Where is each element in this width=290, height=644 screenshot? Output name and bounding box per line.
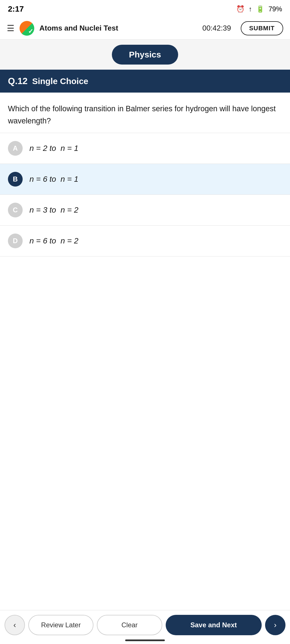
test-title: Atoms and Nuclei Test [39,24,197,33]
option-a-text: n = 2 to n = 1 [29,144,78,153]
clear-button[interactable]: Clear [97,615,162,635]
battery-percent: 79% [268,5,282,13]
physics-tab[interactable]: Physics [112,45,178,65]
battery-icon: 🔋 [256,5,265,13]
question-header: Q.12 Single Choice [0,70,290,93]
content-spacer [0,256,290,511]
bottom-nav: ‹ Review Later Clear Save and Next › [0,610,290,644]
option-a-badge: A [8,141,23,156]
question-type: Single Choice [32,76,88,86]
review-later-button[interactable]: Review Later [28,615,93,635]
timer-display: 00:42:39 [202,24,231,33]
question-text: Which of the following transition in Bal… [8,103,282,127]
alarm-icon: ⏰ [236,5,245,13]
status-time: 2:17 [8,5,24,14]
option-c-text: n = 3 to n = 2 [29,206,78,215]
arrow-up-icon: ↑ [249,5,252,13]
status-bar: 2:17 ⏰ ↑ 🔋 79% [0,0,290,17]
save-next-button[interactable]: Save and Next [166,615,262,635]
bottom-home-indicator [125,639,165,641]
hamburger-icon[interactable]: ☰ [7,23,14,33]
option-a[interactable]: A n = 2 to n = 1 [0,133,290,164]
prev-button[interactable]: ‹ [5,615,25,635]
option-c[interactable]: C n = 3 to n = 2 [0,195,290,226]
option-d[interactable]: D n = 6 to n = 2 [0,226,290,256]
options-container: A n = 2 to n = 1 B n = 6 to n = 1 C n = … [0,133,290,256]
subject-tab-container: Physics [0,40,290,70]
question-number: Q.12 [8,76,27,86]
option-c-badge: C [8,203,23,217]
app-logo [20,21,34,36]
next-button[interactable]: › [265,615,285,635]
submit-button[interactable]: SUBMIT [241,21,283,35]
app-header: ☰ Atoms and Nuclei Test 00:42:39 SUBMIT [0,17,290,40]
option-b[interactable]: B n = 6 to n = 1 [0,164,290,195]
option-b-badge: B [8,172,23,187]
option-b-text: n = 6 to n = 1 [29,175,78,184]
question-content: Which of the following transition in Bal… [0,93,290,133]
status-icons: ⏰ ↑ 🔋 79% [236,5,282,13]
option-d-text: n = 6 to n = 2 [29,236,78,245]
option-d-badge: D [8,234,23,248]
